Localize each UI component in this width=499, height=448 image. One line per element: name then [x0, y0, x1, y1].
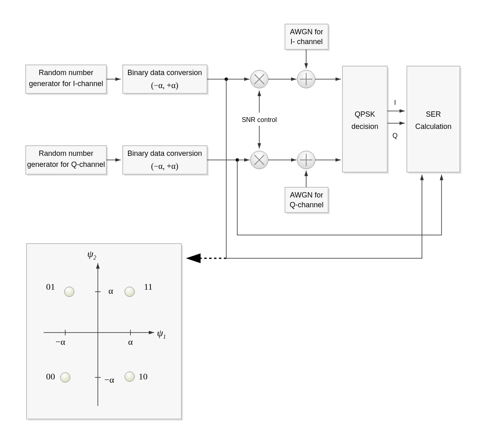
block-awgn-i: AWGN for I- channel [285, 24, 330, 51]
const-point-11 [125, 287, 135, 297]
const-point-10 [125, 372, 135, 381]
awgn-i-line1: AWGN for [290, 28, 323, 36]
conv-i-line1: Binary data conversion [127, 69, 202, 77]
const-point-00 [60, 373, 70, 382]
svg-rect-25 [342, 66, 387, 172]
const-point-01 [64, 287, 74, 297]
tick-pos-alpha-x: α [128, 337, 133, 347]
adder-i [297, 70, 315, 88]
multiplier-i [250, 70, 268, 88]
tick-neg-alpha-x: −α [55, 337, 65, 347]
multiplier-q [250, 151, 268, 169]
conv-q-line2: (−α, +α) [151, 162, 179, 171]
awgn-q-line1: AWGN for [290, 191, 323, 199]
qpsk-line1: QPSK [355, 110, 375, 118]
block-conv-i: Binary data conversion (−α, +α) [123, 65, 209, 95]
label-00: 00 [46, 371, 55, 381]
conv-i-line2: (−α, +α) [151, 81, 179, 90]
ser-line2: Calculation [415, 122, 451, 131]
label-11: 11 [144, 282, 152, 292]
q-channel-label: Q [393, 132, 397, 139]
svg-rect-27 [407, 66, 460, 172]
conv-q-line1: Binary data conversion [127, 149, 202, 157]
label-10: 10 [139, 371, 148, 381]
rng-q-line2: generator for Q-channel [27, 160, 105, 169]
block-awgn-q: AWGN for Q-channel [285, 187, 330, 214]
snr-control-label: SNR control [242, 116, 277, 123]
label-01: 01 [46, 282, 55, 292]
rng-i-line1: Random number [39, 69, 93, 77]
ser-line1: SER [426, 110, 441, 118]
block-rng-q: Random number generator for Q-channel [26, 146, 108, 176]
rng-i-line2: generator for I-channel [29, 80, 103, 88]
awgn-i-line2: I- channel [290, 38, 322, 46]
constellation-diagram: −α α α −α ψ1 ψ2 01 11 00 10 [26, 244, 183, 421]
block-rng-i: Random number generator for I-channel [26, 65, 108, 95]
block-conv-q: Binary data conversion (−α, +α) [123, 146, 209, 176]
rng-q-line1: Random number [39, 149, 93, 157]
i-channel-label: I [394, 99, 396, 106]
tick-pos-alpha-y: α [108, 286, 113, 296]
tick-neg-alpha-y: −α [104, 375, 114, 385]
block-qpsk: QPSK decision [342, 66, 389, 174]
qpsk-line2: decision [351, 122, 378, 131]
adder-q [297, 151, 315, 169]
block-ser: SER Calculation [407, 66, 461, 174]
awgn-q-line2: Q-channel [289, 201, 323, 209]
